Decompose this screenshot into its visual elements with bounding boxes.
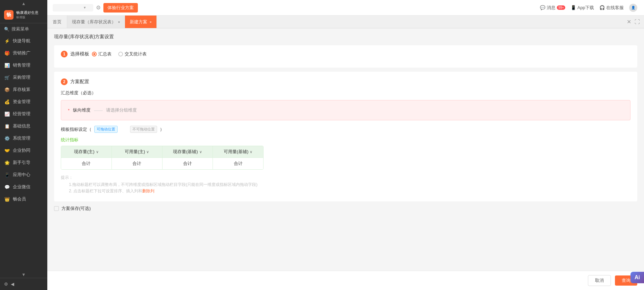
- tab-new-plan-label: 新建方案: [130, 19, 147, 25]
- dimension-required-star: *: [68, 108, 70, 113]
- tab-home[interactable]: 首页: [47, 16, 67, 28]
- sidebar-item-system[interactable]: ⚙️ 系统管理: [0, 132, 47, 144]
- sidebar-search[interactable]: 🔍 搜索菜单: [0, 23, 47, 35]
- section2-header: 2 方案配置: [61, 78, 630, 85]
- indicator-label-text: 模板指标设定（ 可拖动位置 不可拖动位置 ）: [61, 126, 630, 133]
- sidebar-item-label: 经营管理: [13, 111, 30, 117]
- indicator-label-separator: [122, 126, 126, 132]
- ai-fab-button[interactable]: Ai: [630, 272, 644, 283]
- radio-summary[interactable]: 汇总表: [92, 51, 112, 57]
- stats-title: 统计指标: [61, 137, 630, 143]
- stats-header-col2[interactable]: 可用量(主) ∨: [112, 146, 163, 158]
- message-btn[interactable]: 💬 消息 99+: [540, 5, 565, 11]
- tab-expand-icon[interactable]: ⛶: [635, 19, 640, 25]
- tip2-highlight: 删除列: [142, 189, 154, 193]
- tab-new-plan-close[interactable]: ×: [149, 20, 151, 24]
- tabs-right-controls: ✕ ⛶: [623, 19, 644, 25]
- section1-card: 1 选择模板 汇总表 交叉统计表: [54, 45, 637, 68]
- avatar: 👤: [629, 4, 637, 12]
- industry-btn[interactable]: 体验行业方案: [103, 3, 138, 13]
- app-name-block: 畅康通好生意 标准版: [16, 10, 39, 19]
- tabs-bar: 首页 现存量（库存状况表） × 新建方案 × ✕ ⛶: [47, 16, 644, 28]
- stats-col4-label: 可用量(基辅): [224, 149, 249, 155]
- indicator-label-suffix: ）: [160, 126, 164, 132]
- newbie-icon: 🌟: [4, 160, 10, 166]
- tab-inventory-close[interactable]: ×: [118, 20, 120, 24]
- sidebar-item-marketing[interactable]: 🎁 营销推广: [0, 47, 47, 59]
- inventory-icon: 📦: [4, 87, 10, 93]
- topbar-dropdown-icon[interactable]: ▾: [84, 5, 86, 10]
- radio-cross[interactable]: 交叉统计表: [118, 51, 147, 57]
- cancel-button[interactable]: 取消: [588, 275, 611, 286]
- sidebar-item-finance[interactable]: 💰 资金管理: [0, 96, 47, 108]
- stats-header-row: 现存量(主) ∨ 可用量(主) ∨ 现存量(基辅) ∨ 可用量(基辅): [61, 146, 263, 158]
- sidebar-item-label: 库存核算: [13, 87, 30, 93]
- app-download-btn[interactable]: 📱 App下载: [571, 5, 594, 11]
- content-area: 现存量(库存状况表)方案设置 1 选择模板 汇总表 交叉统计表: [47, 28, 644, 271]
- topbar-search-input[interactable]: [55, 5, 82, 10]
- draggable-tag: 可拖动位置: [94, 126, 118, 133]
- non-draggable-tag: 不可拖动位置: [130, 126, 157, 133]
- apps-icon: 📱: [4, 172, 10, 178]
- app-download-icon: 📱: [571, 5, 576, 10]
- sidebar-item-newbie[interactable]: 🌟 新手引导: [0, 156, 47, 169]
- topbar-gear-icon[interactable]: ⚙: [96, 4, 101, 11]
- sidebar: ▲ 畅 畅康通好生意 标准版 🔍 搜索菜单 ⚡ 快捷导航 🎁 营销推广 📊 销售…: [0, 0, 47, 290]
- sidebar-item-wechat[interactable]: 💬 企业微信: [0, 181, 47, 193]
- radio-summary-circle: [92, 52, 97, 56]
- tab-close-all-icon[interactable]: ✕: [627, 19, 631, 25]
- sidebar-item-apps[interactable]: 📱 应用中心: [0, 169, 47, 181]
- save-option[interactable]: 方案保存(可选): [54, 206, 637, 212]
- radio-summary-dot: [93, 53, 95, 55]
- sidebar-item-purchase[interactable]: 🛒 采购管理: [0, 71, 47, 83]
- stats-col2-chevron[interactable]: ∨: [146, 150, 149, 154]
- settings-icon[interactable]: ⚙: [4, 282, 8, 287]
- business-icon: 📈: [4, 111, 10, 117]
- sidebar-item-sales[interactable]: 📊 销售管理: [0, 59, 47, 71]
- sidebar-item-inventory[interactable]: 📦 库存核算: [0, 83, 47, 96]
- required-label: 汇总维度（必选）: [61, 90, 630, 96]
- stats-col4-chevron[interactable]: ∨: [250, 150, 252, 154]
- sidebar-scroll-up[interactable]: ▲: [0, 0, 47, 7]
- topbar-right: 💬 消息 99+ 📱 App下载 🎧 在线客服 👤: [540, 4, 639, 12]
- stats-header-col3[interactable]: 现存量(基辅) ∨: [163, 146, 213, 158]
- indicator-settings: 模板指标设定（ 可拖动位置 不可拖动位置 ）: [61, 126, 630, 133]
- sidebar-item-label: 企业微信: [13, 184, 30, 190]
- tips-section: 提示： 1.拖动标题栏可以调整布局，不可跨维度或指标区域拖动栏目字段(只能在同一…: [61, 175, 630, 194]
- sidebar-item-quick-nav[interactable]: ⚡ 快捷导航: [0, 35, 47, 47]
- dimension-placeholder[interactable]: 请选择分组维度: [106, 107, 137, 113]
- footer-bar: 取消 查询: [47, 271, 644, 290]
- user-menu[interactable]: 👤: [629, 4, 639, 12]
- sidebar-item-business[interactable]: 📈 经营管理: [0, 108, 47, 120]
- radio-cross-label: 交叉统计表: [125, 51, 147, 57]
- stats-col3-chevron[interactable]: ∨: [199, 150, 202, 154]
- sidebar-item-basic[interactable]: 📋 基础信息: [0, 120, 47, 132]
- tip2-prefix: 2. 点击标题栏下拉可设置排序、插入列和: [69, 189, 142, 193]
- message-badge: 99+: [557, 5, 565, 10]
- online-service-btn[interactable]: 🎧 在线客服: [599, 5, 624, 11]
- sidebar-nav: 🔍 搜索菜单 ⚡ 快捷导航 🎁 营销推广 📊 销售管理 🛒 采购管理 📦 库存核…: [0, 23, 47, 271]
- sidebar-item-label: 企业协同: [13, 147, 30, 153]
- app-download-label: App下载: [577, 5, 594, 11]
- search-icon: 🔍: [4, 27, 9, 32]
- tab-new-plan[interactable]: 新建方案 ×: [125, 16, 156, 28]
- save-option-label: 方案保存(可选): [61, 206, 91, 212]
- sidebar-scroll-down[interactable]: ▼: [0, 271, 47, 278]
- wechat-icon: 💬: [4, 184, 10, 190]
- page-title: 现存量(库存状况表)方案设置: [54, 34, 637, 40]
- save-checkbox[interactable]: [54, 206, 59, 211]
- sidebar-bottom: ⚙ ◀: [0, 278, 47, 290]
- stats-data-col4: 合计: [213, 158, 263, 169]
- collapse-icon[interactable]: ◀: [11, 282, 14, 287]
- tab-inventory[interactable]: 现存量（库存状况表） ×: [67, 16, 125, 28]
- app-logo-icon: 畅: [4, 10, 14, 20]
- tip-item-2: 2. 点击标题栏下拉可设置排序、插入列和删除列: [69, 188, 630, 194]
- stats-header-col4[interactable]: 可用量(基辅) ∨: [213, 146, 263, 158]
- dimension-box[interactable]: * 纵向维度 —— 请选择分组维度: [61, 100, 630, 120]
- sidebar-item-vip[interactable]: 👑 畅会员: [0, 193, 47, 205]
- stats-col1-chevron[interactable]: ∨: [96, 150, 99, 154]
- sidebar-item-contract[interactable]: 🤝 企业协同: [0, 144, 47, 156]
- vip-icon: 👑: [4, 196, 10, 202]
- stats-header-col1[interactable]: 现存量(主) ∨: [61, 146, 112, 158]
- sidebar-item-label: 应用中心: [13, 172, 30, 178]
